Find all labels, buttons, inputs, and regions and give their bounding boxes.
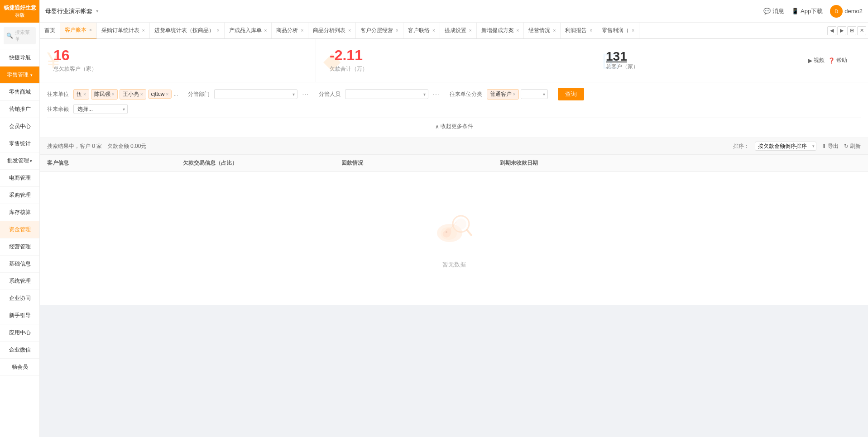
sidebar-item-marketing[interactable]: 营销推广	[0, 101, 39, 118]
help-btn[interactable]: ❓ 帮助	[828, 57, 847, 64]
app-download-btn[interactable]: 📱 App下载	[791, 7, 823, 15]
balance-select[interactable]: 选择...	[73, 104, 128, 114]
sidebar-item-finance[interactable]: 资金管理	[0, 221, 39, 238]
tab-product-analysis-list[interactable]: 商品分析列表 ×	[308, 23, 356, 39]
sidebar-item-purchase[interactable]: 采购管理	[0, 187, 39, 204]
tab-close-incoming-stats[interactable]: ×	[217, 28, 220, 33]
filter-tags-more[interactable]: ...	[173, 91, 178, 97]
filter-tag-close-wang[interactable]: ×	[140, 92, 143, 97]
sidebar-item-operations[interactable]: 经营管理	[0, 238, 39, 256]
tab-customer-connect[interactable]: 客户联络 ×	[403, 23, 440, 39]
tab-close-operations-status[interactable]: ×	[553, 28, 556, 33]
balance-filter-label: 往来余额	[47, 105, 69, 113]
tab-product-analysis[interactable]: 商品分析 ×	[272, 23, 308, 39]
query-button[interactable]: 查询	[558, 88, 584, 100]
tab-close-profit-report[interactable]: ×	[590, 28, 592, 33]
data-table: 客户信息 欠款交易信息（占比） 回款情况 到期未收款日期	[40, 155, 868, 305]
tab-close-purchase-order[interactable]: ×	[142, 28, 145, 33]
tab-close-customer-connect[interactable]: ×	[432, 28, 435, 33]
sidebar-item-retail-mall[interactable]: 零售商城	[0, 84, 39, 101]
sort-select-wrap: 按欠款金额倒序排序	[755, 142, 816, 151]
video-help-btn[interactable]: ▶ 视频	[808, 57, 825, 64]
dept-select[interactable]	[214, 89, 297, 99]
refresh-btn[interactable]: ↻ 刷新	[844, 142, 861, 150]
tab-incoming-stats[interactable]: 进货单统计表（按商品） ×	[150, 23, 225, 39]
total-customers-label: 总客户（家）	[606, 63, 638, 70]
empty-state: 暂无数据	[40, 172, 868, 305]
tab-close-achievement-settings[interactable]: ×	[469, 28, 472, 33]
stats-header: ¥ 16 总欠款客户（家） ◆ -2.11 欠款合计（万） ⊞ 131 总客户（…	[40, 39, 868, 82]
export-icon: ⬆	[822, 143, 826, 149]
tab-customer-tier[interactable]: 客户分层经营 ×	[356, 23, 403, 39]
filter-tag-close-chen[interactable]: ×	[112, 92, 115, 97]
stat-total-customers-content: ⊞ 131 总客户（家）	[606, 50, 638, 71]
export-btn[interactable]: ⬆ 导出	[822, 142, 839, 150]
user-profile[interactable]: D demo2	[830, 5, 863, 18]
page-content: ¥ 16 总欠款客户（家） ◆ -2.11 欠款合计（万） ⊞ 131 总客户（…	[40, 39, 868, 437]
sidebar-item-retail-stats[interactable]: 零售统计	[0, 135, 39, 152]
tab-purchase-order[interactable]: 采购订单统计表 ×	[97, 23, 150, 39]
collapse-filter-btn[interactable]: ∧ 收起更多条件	[47, 121, 861, 132]
unit-class-select-wrap	[521, 89, 548, 99]
tab-next-btn[interactable]: ▶	[837, 26, 846, 35]
topbar: 母婴行业演示帐套 ▾ 💬 消息 📱 App下载 D demo2	[40, 0, 868, 23]
tab-new-achievement[interactable]: 新增提成方案 ×	[477, 23, 524, 39]
tab-retail-profit[interactable]: 零售利润（ ×	[597, 23, 639, 39]
tab-expand-btn[interactable]: ⊞	[847, 26, 856, 35]
sidebar-item-basic-info[interactable]: 基础信息	[0, 256, 39, 273]
tab-close-customer-book[interactable]: ×	[89, 28, 92, 33]
svg-point-5	[446, 231, 447, 233]
sidebar-item-ecommerce[interactable]: 电商管理	[0, 170, 39, 187]
filter-row-1: 往来单位 伍 × 陈民强 × 王小亮 × cjttcw	[47, 88, 861, 100]
tab-customer-book[interactable]: 客户账本 ×	[60, 23, 97, 39]
chevron-down-icon[interactable]: ▾	[96, 8, 99, 14]
tab-profit-report[interactable]: 利润报告 ×	[561, 23, 597, 39]
tab-product-storage[interactable]: 产成品入库单 ×	[225, 23, 272, 39]
svg-point-2	[456, 218, 466, 229]
sidebar-item-system[interactable]: 系统管理	[0, 273, 39, 290]
tab-close-product-analysis-list[interactable]: ×	[348, 28, 351, 33]
sidebar-item-beginner[interactable]: 新手引导	[0, 307, 39, 324]
message-btn[interactable]: 💬 消息	[763, 7, 784, 15]
sidebar-item-retail-mgmt[interactable]: 零售管理 ▾	[0, 66, 39, 84]
tab-home[interactable]: 首页	[40, 23, 60, 39]
balance-select-wrap: 选择...	[73, 104, 128, 114]
filter-tag-normal-customer: 普通客户 ×	[487, 89, 519, 100]
stat-debt-total: ◆ -2.11 欠款合计（万）	[316, 39, 592, 82]
sidebar-search-area[interactable]: 🔍 搜索菜单	[0, 23, 39, 49]
person-select[interactable]	[345, 89, 428, 99]
tab-close-new-achievement[interactable]: ×	[517, 28, 519, 33]
tab-close-all-btn[interactable]: ✕	[857, 26, 866, 35]
sidebar-item-enterprise[interactable]: 企业协同	[0, 290, 39, 307]
sidebar-item-app-center[interactable]: 应用中心	[0, 324, 39, 342]
tab-achievement-settings[interactable]: 提成设置 ×	[440, 23, 477, 39]
tab-close-retail-profit[interactable]: ×	[632, 28, 634, 33]
filter-tag-close-wu[interactable]: ×	[83, 92, 86, 97]
person-filter-more[interactable]: ···	[433, 90, 440, 98]
chevron-down-icon: ▾	[30, 73, 33, 77]
sort-select[interactable]: 按欠款金额倒序排序	[755, 142, 816, 151]
header-action-buttons: ▶ 视频 ❓ 帮助	[801, 52, 854, 69]
enterprise-selector-label[interactable]: 母婴行业演示帐套	[45, 7, 92, 15]
filter-tag-close-cjttcw[interactable]: ×	[166, 92, 169, 97]
chevron-down-icon: ▾	[30, 159, 32, 163]
unit-class-select[interactable]	[521, 89, 548, 99]
tabbar-controls: ◀ ▶ ⊞ ✕	[825, 26, 868, 35]
filter-tag-close-normal-customer[interactable]: ×	[513, 92, 516, 97]
tabbar: 首页 客户账本 × 采购订单统计表 × 进货单统计表（按商品） × 产成品入库单…	[40, 23, 868, 39]
sidebar-item-batch-mgmt[interactable]: 批发管理 ▾	[0, 152, 39, 170]
sidebar-item-vip[interactable]: 畅会员	[0, 359, 39, 376]
dept-filter-more[interactable]: ···	[302, 90, 309, 98]
sidebar-item-inventory[interactable]: 库存核算	[0, 204, 39, 221]
filter-tag-wang: 王小亮 ×	[120, 89, 146, 100]
sidebar-item-fast-nav[interactable]: 快捷导航	[0, 49, 39, 66]
sidebar-item-wechat[interactable]: 企业微信	[0, 342, 39, 359]
col-header-debt-info: 欠款交易信息（占比）	[183, 159, 341, 167]
tab-close-customer-tier[interactable]: ×	[396, 28, 398, 33]
tab-close-product-analysis[interactable]: ×	[301, 28, 303, 33]
search-menu-input[interactable]: 🔍 搜索菜单	[4, 27, 36, 44]
tab-prev-btn[interactable]: ◀	[827, 26, 836, 35]
tab-operations-status[interactable]: 经营情况 ×	[524, 23, 561, 39]
tab-close-product-storage[interactable]: ×	[264, 28, 267, 33]
sidebar-item-members[interactable]: 会员中心	[0, 118, 39, 135]
